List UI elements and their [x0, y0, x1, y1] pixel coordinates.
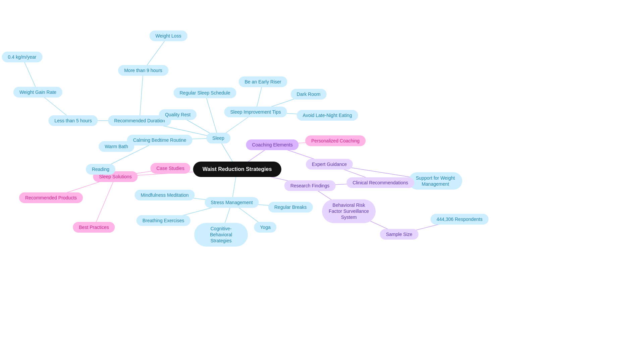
node-weight-gain-rate[interactable]: Weight Gain Rate: [13, 87, 62, 98]
node-warm-bath[interactable]: Warm Bath: [99, 141, 134, 152]
node-breathing-exercises[interactable]: Breathing Exercises: [137, 215, 191, 226]
node-avoid-late-night[interactable]: Avoid Late-Night Eating: [297, 110, 358, 121]
node-recommended-products[interactable]: Recommended Products: [19, 192, 83, 203]
node-regular-breaks[interactable]: Regular Breaks: [268, 202, 313, 213]
node-less-than-5-hours[interactable]: Less than 5 hours: [48, 115, 98, 126]
node-sleep-improvement-tips[interactable]: Sleep Improvement Tips: [224, 107, 287, 117]
svg-line-7: [205, 93, 218, 138]
center-node[interactable]: Waist Reduction Strategies: [193, 162, 281, 177]
node-rate-value[interactable]: 0.4 kg/m/year: [2, 52, 43, 62]
node-support-weight-mgmt[interactable]: Support for Weight Management: [409, 172, 462, 190]
node-clinical-recommendations[interactable]: Clinical Recommendations: [346, 177, 414, 188]
svg-line-22: [94, 177, 115, 227]
mindmap-canvas: Waist Reduction StrategiesSleepSleep Sol…: [0, 0, 644, 363]
node-yoga[interactable]: Yoga: [254, 222, 276, 233]
node-expert-guidance[interactable]: Expert Guidance: [306, 159, 353, 170]
node-weight-loss[interactable]: Weight Loss: [150, 31, 187, 41]
node-quality-rest[interactable]: Quality Rest: [159, 109, 197, 120]
node-case-studies[interactable]: Case Studies: [150, 163, 190, 174]
node-personalized-coaching[interactable]: Personalized Coaching: [305, 135, 366, 146]
node-best-practices[interactable]: Best Practices: [73, 222, 115, 233]
node-dark-room[interactable]: Dark Room: [291, 89, 327, 100]
svg-line-10: [140, 70, 143, 121]
node-calming-bedtime-routine[interactable]: Calming Bedtime Routine: [127, 135, 193, 145]
node-more-than-9-hours[interactable]: More than 9 hours: [118, 65, 168, 76]
node-brfss[interactable]: Behavioral Risk Factor Surveillance Syst…: [322, 199, 376, 223]
node-sample-size[interactable]: Sample Size: [380, 229, 419, 240]
node-respondents[interactable]: 444,306 Respondents: [431, 214, 489, 225]
node-stress-management[interactable]: Stress Management: [205, 197, 259, 208]
node-coaching-elements[interactable]: Coaching Elements: [246, 139, 299, 150]
node-reading[interactable]: Reading: [86, 164, 115, 175]
node-cognitive-behavioral[interactable]: Cognitive-Behavioral Strategies: [194, 223, 248, 247]
node-regular-sleep-schedule[interactable]: Regular Sleep Schedule: [174, 87, 236, 98]
node-mindfulness-meditation[interactable]: Mindfulness Meditation: [135, 190, 195, 200]
node-sleep[interactable]: Sleep: [206, 133, 230, 143]
node-be-early-riser[interactable]: Be an Early Riser: [239, 76, 287, 87]
node-research-findings[interactable]: Research Findings: [284, 180, 336, 191]
